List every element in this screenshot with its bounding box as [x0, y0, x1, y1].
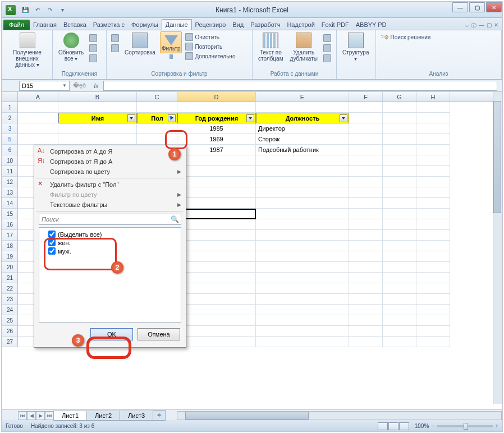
cell[interactable]	[416, 294, 450, 305]
clear-filter-item[interactable]: ✕Удалить фильтр с "Пол"	[34, 179, 186, 190]
cell[interactable]	[383, 305, 416, 315]
filter-dropdown-name[interactable]	[127, 114, 135, 122]
cell[interactable]	[18, 134, 58, 145]
tab-file[interactable]: Файл	[3, 20, 30, 30]
cell[interactable]	[416, 187, 450, 198]
cell[interactable]	[177, 326, 256, 337]
cell[interactable]: 1985	[177, 123, 256, 134]
new-sheet-button[interactable]: ✧	[153, 410, 166, 421]
cell[interactable]	[416, 134, 450, 145]
col-header-g[interactable]: G	[383, 92, 416, 102]
tab-home[interactable]: Главная	[30, 20, 60, 30]
cell[interactable]	[256, 273, 349, 283]
filter-dropdown-gender[interactable]	[168, 114, 176, 122]
tab-layout[interactable]: Разметка с	[90, 20, 128, 30]
col-header-c[interactable]: C	[137, 92, 177, 102]
text-to-columns-button[interactable]: Текст по столбцам	[256, 31, 286, 63]
cell[interactable]	[416, 102, 450, 113]
cell[interactable]	[416, 283, 450, 294]
solver-button[interactable]: ?⚙Поиск решения	[379, 34, 432, 41]
cell[interactable]	[18, 113, 58, 123]
qat-undo-icon[interactable]: ↶	[33, 5, 43, 15]
scrollbar-thumb[interactable]	[493, 101, 501, 213]
cell[interactable]	[349, 177, 383, 187]
select-all-corner[interactable]	[2, 92, 18, 102]
row-header[interactable]: 2	[2, 113, 18, 123]
cell[interactable]	[256, 315, 349, 326]
cell[interactable]	[349, 166, 383, 177]
cell[interactable]	[58, 134, 137, 145]
cell[interactable]	[383, 123, 416, 134]
row-header[interactable]: 1	[2, 102, 18, 113]
cell[interactable]	[416, 177, 450, 187]
cell[interactable]	[177, 262, 256, 273]
tab-abbyy[interactable]: ABBYY PD	[352, 20, 390, 30]
cell[interactable]	[256, 177, 349, 187]
cell[interactable]	[416, 123, 450, 134]
cell[interactable]	[256, 251, 349, 262]
cell[interactable]	[177, 155, 256, 166]
cell[interactable]	[349, 187, 383, 198]
cell[interactable]: Подсобный работник	[256, 145, 349, 155]
cell[interactable]	[349, 145, 383, 155]
view-pagebreak-button[interactable]	[399, 422, 409, 430]
cell[interactable]	[383, 198, 416, 209]
cell[interactable]	[177, 230, 256, 241]
cell[interactable]	[349, 315, 383, 326]
connections-icon[interactable]	[88, 34, 98, 43]
ok-button[interactable]: OK	[90, 328, 133, 340]
row-header[interactable]: 15	[2, 209, 18, 219]
sheet-tab-1[interactable]: Лист1	[53, 411, 87, 421]
row-header[interactable]: 13	[2, 187, 18, 198]
cell[interactable]	[383, 166, 416, 177]
sheet-nav-next[interactable]: ▶	[36, 411, 45, 420]
vertical-scrollbar[interactable]	[493, 92, 502, 404]
row-header[interactable]: 26	[2, 326, 18, 337]
cell[interactable]	[383, 283, 416, 294]
horizontal-scrollbar[interactable]	[177, 411, 502, 420]
sort-az-item[interactable]: A↓Сортировка от А до Я	[34, 146, 186, 156]
row-header[interactable]: 25	[2, 315, 18, 326]
chevron-down-icon[interactable]: ▼	[62, 83, 67, 88]
cell[interactable]	[349, 155, 383, 166]
cell[interactable]	[383, 219, 416, 230]
cell[interactable]	[349, 102, 383, 113]
cell[interactable]	[416, 305, 450, 315]
header-name[interactable]: Имя	[58, 113, 137, 123]
outline-button[interactable]: Структура ▾	[340, 31, 371, 63]
cell[interactable]	[349, 305, 383, 315]
cell[interactable]	[256, 209, 349, 219]
cell[interactable]	[383, 155, 416, 166]
cell[interactable]	[383, 337, 416, 347]
sort-by-color-item[interactable]: Сортировка по цвету▶	[34, 167, 186, 177]
cell[interactable]	[177, 219, 256, 230]
cell[interactable]	[349, 251, 383, 262]
cell[interactable]	[349, 134, 383, 145]
cell[interactable]	[349, 326, 383, 337]
cell[interactable]	[58, 123, 137, 134]
qat-dropdown-icon[interactable]: ▾	[57, 5, 67, 15]
tab-review[interactable]: Рецензиро	[192, 20, 230, 30]
sort-za-button[interactable]	[110, 44, 120, 53]
row-header[interactable]: 10	[2, 155, 18, 166]
filter-dropdown-position[interactable]	[340, 114, 347, 122]
cell[interactable]	[256, 102, 349, 113]
cell[interactable]	[256, 230, 349, 241]
col-header-h[interactable]: H	[416, 92, 450, 102]
maximize-button[interactable]: ▢	[469, 2, 485, 12]
row-header[interactable]: 6	[2, 145, 18, 155]
cell[interactable]	[416, 251, 450, 262]
row-header[interactable]: 22	[2, 283, 18, 294]
cell[interactable]: Сторож	[256, 134, 349, 145]
col-header-e[interactable]: E	[256, 92, 349, 102]
cell[interactable]	[177, 283, 256, 294]
cell[interactable]	[416, 337, 450, 347]
whatif-icon[interactable]	[322, 54, 332, 63]
cell[interactable]	[416, 113, 450, 123]
edit-links-icon[interactable]	[88, 54, 98, 63]
row-header[interactable]: 18	[2, 241, 18, 251]
formula-input[interactable]	[103, 81, 497, 91]
cell[interactable]	[416, 166, 450, 177]
properties-icon[interactable]	[88, 44, 98, 53]
sort-button[interactable]: Сортировка	[122, 31, 158, 57]
